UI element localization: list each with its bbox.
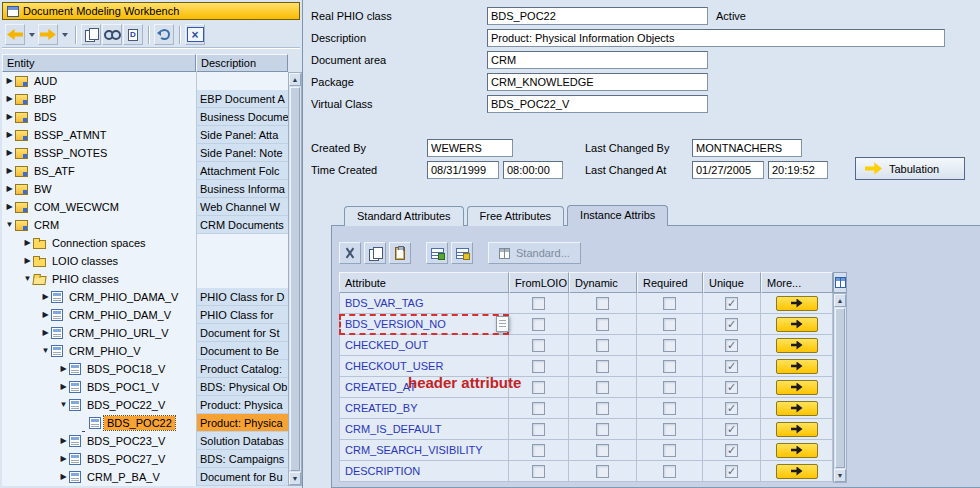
description-field[interactable] <box>487 29 945 47</box>
more-detail-button[interactable] <box>776 422 818 437</box>
forward-button[interactable] <box>38 24 58 45</box>
more-detail-button[interactable] <box>776 338 818 353</box>
expand-icon[interactable]: ▶ <box>4 144 15 162</box>
dynamic-checkbox[interactable] <box>596 423 609 436</box>
fromloio-checkbox[interactable] <box>532 360 545 373</box>
tree-row[interactable]: ▶CRM_PHIO_DAMA_VPHIO Class for D <box>2 288 288 306</box>
attribute-name[interactable]: CREATED_AT <box>345 381 416 393</box>
required-checkbox[interactable] <box>663 381 676 394</box>
expand-icon[interactable]: ▶ <box>22 234 33 252</box>
column-header-more[interactable]: More... <box>761 272 833 293</box>
dynamic-checkbox[interactable] <box>596 444 609 457</box>
entity-column-header[interactable]: Entity <box>2 54 196 72</box>
dynamic-checkbox[interactable] <box>596 297 609 310</box>
expand-icon[interactable]: ▶ <box>4 198 15 216</box>
tree-row[interactable]: ▶COM_WECWCMWeb Channel W <box>2 198 288 216</box>
dynamic-checkbox[interactable] <box>596 381 609 394</box>
required-checkbox[interactable] <box>663 360 676 373</box>
virtual-class-field[interactable] <box>487 95 708 113</box>
unique-checkbox[interactable] <box>725 339 738 352</box>
date-changed-field[interactable] <box>692 161 764 179</box>
unique-checkbox[interactable] <box>725 423 738 436</box>
fromloio-checkbox[interactable] <box>532 297 545 310</box>
fromloio-checkbox[interactable] <box>532 402 545 415</box>
expand-icon[interactable]: ▶ <box>58 468 69 486</box>
more-detail-button[interactable] <box>776 443 818 458</box>
expand-icon[interactable]: ▶ <box>40 288 51 306</box>
column-header-fromloio[interactable]: FromLOIO <box>509 272 569 293</box>
close-button[interactable]: × <box>185 24 205 45</box>
scroll-down-icon[interactable]: ▼ <box>834 469 846 482</box>
more-detail-button[interactable] <box>776 317 818 332</box>
tree-scrollbar[interactable]: ▲ ▼ <box>288 72 302 486</box>
description-column-header[interactable]: Description <box>196 54 288 72</box>
more-detail-button[interactable] <box>776 380 818 395</box>
expand-icon[interactable]: ▶ <box>4 72 15 90</box>
tree-row[interactable]: ▶CRM_P_BA_VDocument for Bu <box>2 468 288 486</box>
required-checkbox[interactable] <box>663 318 676 331</box>
back-history-dropdown[interactable] <box>26 24 37 45</box>
attribute-name[interactable]: DESCRIPTION <box>345 465 420 477</box>
tree-row[interactable]: ▶BDS_POC18_VProduct Catalog: <box>2 360 288 378</box>
tree-row-selected[interactable]: BDS_POC22Product: Physica <box>2 414 288 432</box>
attribute-row[interactable]: CHECKED_OUT <box>339 335 833 356</box>
tree-row[interactable]: ▶BWBusiness Informa <box>2 180 288 198</box>
attribute-name[interactable]: CHECKED_OUT <box>345 339 428 351</box>
tree-row[interactable]: ▼PHIO classes <box>2 270 288 288</box>
expand-icon[interactable]: ▶ <box>4 108 15 126</box>
unique-checkbox[interactable] <box>725 402 738 415</box>
tree-row[interactable]: ▶BDS_POC23_VSolution Databas <box>2 432 288 450</box>
tree-row[interactable]: ▼CRMCRM Documents <box>2 216 288 234</box>
attribute-name[interactable]: CHECKOUT_USER <box>345 360 443 372</box>
document-area-field[interactable] <box>487 51 708 69</box>
more-detail-button[interactable] <box>776 296 818 311</box>
tree-row[interactable]: ▶BSSP_ATMNTSide Panel: Atta <box>2 126 288 144</box>
more-detail-button[interactable] <box>776 401 818 416</box>
scroll-up-icon[interactable]: ▲ <box>834 294 846 307</box>
required-checkbox[interactable] <box>663 339 676 352</box>
fromloio-checkbox[interactable] <box>532 339 545 352</box>
expand-icon[interactable]: ▶ <box>58 432 69 450</box>
scrollbar-thumb[interactable] <box>835 308 845 468</box>
unique-checkbox[interactable] <box>725 444 738 457</box>
table-settings-button[interactable] <box>833 272 847 293</box>
fromloio-checkbox[interactable] <box>532 465 545 478</box>
document-info-button[interactable] <box>123 24 143 45</box>
required-checkbox[interactable] <box>663 465 676 478</box>
more-detail-button[interactable] <box>776 359 818 374</box>
created-by-field[interactable] <box>427 139 513 157</box>
tree-row[interactable]: ▶BDSBusiness Docume <box>2 108 288 126</box>
column-header-dynamic[interactable]: Dynamic <box>569 272 637 293</box>
attribute-name[interactable]: CRM_IS_DEFAULT <box>345 423 441 435</box>
expand-icon[interactable]: ▶ <box>40 324 51 342</box>
cut-button[interactable] <box>339 242 361 264</box>
copy-button[interactable] <box>364 242 386 264</box>
expand-icon[interactable]: ▶ <box>4 180 15 198</box>
tree-row[interactable]: ▶AUD <box>2 72 288 90</box>
attribute-row[interactable]: DESCRIPTION <box>339 461 833 482</box>
tree-row[interactable]: ▼CRM_PHIO_VDocument to Be <box>2 342 288 360</box>
attribute-row[interactable]: BDS_VAR_TAG <box>339 293 833 314</box>
time-created-field[interactable] <box>503 161 563 179</box>
tree-row[interactable]: ▼BDS_POC22_VProduct: Physica <box>2 396 288 414</box>
column-header-attribute[interactable]: Attribute <box>339 272 509 293</box>
attribute-row[interactable]: CREATED_BY <box>339 398 833 419</box>
tree-row[interactable]: ▶LOIO classes <box>2 252 288 270</box>
tree-row[interactable]: ▶CRM_PHIO_DAM_VPHIO Class for <box>2 306 288 324</box>
tree-row[interactable]: ▶BDS_POC27_VBDS: Campaigns <box>2 450 288 468</box>
date-created-field[interactable] <box>427 161 499 179</box>
unique-checkbox[interactable] <box>725 297 738 310</box>
collapse-icon[interactable]: ▼ <box>58 396 69 414</box>
collapse-icon[interactable]: ▼ <box>4 216 15 234</box>
unique-checkbox[interactable] <box>725 360 738 373</box>
collapse-icon[interactable]: ▼ <box>40 342 51 360</box>
expand-icon[interactable]: ▶ <box>4 90 15 108</box>
table-scrollbar[interactable]: ▲ ▼ <box>833 293 847 483</box>
column-header-unique[interactable]: Unique <box>703 272 761 293</box>
insert-row-button[interactable] <box>426 242 448 264</box>
back-button[interactable] <box>5 24 25 45</box>
attribute-name[interactable]: CREATED_BY <box>345 402 418 414</box>
tree-row[interactable]: ▶CRM_PHIO_URL_VDocument for St <box>2 324 288 342</box>
attribute-name[interactable]: CRM_SEARCH_VISIBILITY <box>345 444 483 456</box>
expand-icon[interactable]: ▶ <box>22 252 33 270</box>
